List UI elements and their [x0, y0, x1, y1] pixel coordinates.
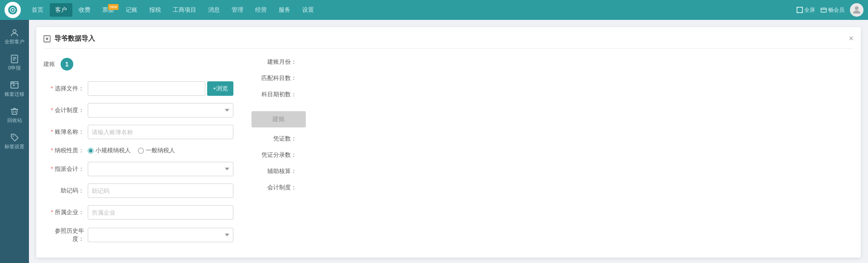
- dialog-title: 导爷数据导入: [54, 34, 95, 43]
- match-subject-row: 匹配科目数：: [251, 74, 854, 82]
- sidebar-label-migrate: 账套迁移: [5, 91, 24, 98]
- sidebar-item-trash[interactable]: 回收站: [0, 103, 29, 127]
- svg-point-4: [855, 6, 859, 10]
- build-account-button[interactable]: 建账: [251, 111, 306, 127]
- history-year-row: 参照历史年度：: [43, 227, 233, 243]
- subject-initial-row: 科目期初数：: [251, 90, 854, 99]
- dialog-header: 导爷数据导入: [43, 34, 854, 49]
- file-input-wrap: +浏览: [88, 81, 233, 96]
- sidebar-label-tags: 标签设置: [5, 143, 24, 150]
- voucher-records-row: 凭证分录数：: [251, 151, 854, 159]
- form-layout: 建账 1 选择文件： +浏览 会计制度：: [43, 58, 854, 250]
- owner-company-row: 所属企业：: [43, 205, 233, 220]
- sidebar-item-tags[interactable]: 标签设置: [0, 129, 29, 154]
- svg-point-16: [13, 136, 14, 137]
- member-label: 畅会员: [828, 6, 844, 14]
- ledger-name-row: 账簿名称：: [43, 125, 233, 139]
- accounting-system-wrapper: [88, 103, 233, 117]
- build-month-label: 建账月份：: [251, 58, 297, 66]
- memo-code-input[interactable]: [88, 183, 233, 198]
- assigned-accountant-label: 指派会计：: [43, 165, 84, 173]
- tax-type-row: 纳税性质： 小规模纳税人 一般纳税人: [43, 146, 233, 155]
- accounting-system-label: 会计制度：: [43, 106, 84, 114]
- tax-type-small-label: 小规模纳税人: [95, 146, 131, 155]
- sidebar-item-migrate[interactable]: 账套迁移: [0, 77, 29, 101]
- nav-item-票据[interactable]: 票据new: [97, 3, 119, 17]
- svg-rect-2: [797, 7, 802, 13]
- aux-accounting-row: 辅助核算：: [251, 167, 854, 175]
- nav-item-报税[interactable]: 报税: [144, 3, 166, 17]
- voucher-count-label: 凭证数：: [251, 135, 297, 143]
- ledger-name-input[interactable]: [88, 125, 233, 139]
- step-circle: 1: [61, 58, 73, 70]
- svg-point-13: [13, 82, 14, 83]
- svg-point-5: [13, 30, 16, 33]
- tax-type-small-radio[interactable]: 小规模纳税人: [88, 146, 131, 155]
- voucher-records-label: 凭证分录数：: [251, 151, 297, 159]
- sidebar-item-declare[interactable]: 0申报: [0, 51, 29, 75]
- build-month-row: 建账月份：: [251, 58, 854, 66]
- voucher-count-row: 凭证数：: [251, 135, 854, 143]
- svg-point-12: [12, 82, 13, 83]
- accounting-system-row: 会计制度：: [43, 103, 233, 117]
- tax-type-general-input[interactable]: [138, 148, 144, 154]
- subject-initial-label: 科目期初数：: [251, 90, 297, 99]
- owner-company-input[interactable]: [88, 205, 233, 220]
- ledger-name-label: 账簿名称：: [43, 128, 84, 136]
- app-logo[interactable]: [5, 2, 21, 18]
- step-label: 建账: [43, 60, 55, 68]
- browse-button[interactable]: +浏览: [207, 81, 233, 96]
- main-content: 导爷数据导入 × 建账 1 选择文件：: [29, 20, 868, 263]
- topnav-right: 全屏 畅会员: [797, 3, 863, 17]
- fullscreen-label: 全屏: [804, 6, 815, 14]
- nav-item-客户[interactable]: 客户: [50, 3, 72, 17]
- right-accounting-system-row: 会计制度：: [251, 183, 854, 192]
- dialog-close-button[interactable]: ×: [849, 34, 854, 42]
- tax-type-radio-group: 小规模纳税人 一般纳税人: [88, 146, 233, 155]
- dialog-container: 导爷数据导入 × 建账 1 选择文件：: [36, 27, 861, 258]
- sidebar-label-declare: 0申报: [8, 65, 21, 71]
- user-avatar[interactable]: [850, 3, 863, 17]
- import-icon: [43, 35, 51, 42]
- nav-item-记账[interactable]: 记账: [120, 3, 143, 17]
- nav-item-管理[interactable]: 管理: [226, 3, 249, 17]
- svg-point-1: [12, 9, 14, 11]
- nav-item-消息[interactable]: 消息: [203, 3, 225, 17]
- file-label: 选择文件：: [43, 85, 84, 93]
- history-year-wrapper: [88, 228, 233, 242]
- right-accounting-system-label: 会计制度：: [251, 183, 297, 192]
- assigned-accountant-wrapper: [88, 162, 233, 176]
- owner-company-label: 所属企业：: [43, 208, 84, 216]
- history-year-select[interactable]: [88, 228, 233, 242]
- sidebar-label-trash: 回收站: [7, 117, 22, 124]
- tax-type-small-input[interactable]: [88, 148, 94, 154]
- match-subject-label: 匹配科目数：: [251, 74, 297, 82]
- nav-item-服务[interactable]: 服务: [273, 3, 296, 17]
- nav-item-经营[interactable]: 经营: [250, 3, 272, 17]
- file-input[interactable]: [88, 81, 205, 96]
- nav-item-设置[interactable]: 设置: [297, 3, 319, 17]
- file-select-row: 选择文件： +浏览: [43, 81, 233, 96]
- memo-code-row: 助记码：: [43, 183, 233, 198]
- svg-rect-3: [821, 8, 826, 12]
- sidebar: 全部客户 0申报 账套迁移: [0, 20, 29, 263]
- history-year-label: 参照历史年度：: [43, 227, 84, 243]
- step-indicator: 建账 1: [43, 58, 233, 70]
- nav-item-工商项目[interactable]: 工商项目: [167, 3, 202, 17]
- tax-type-label: 纳税性质：: [43, 146, 84, 155]
- tax-type-general-radio[interactable]: 一般纳税人: [138, 146, 175, 155]
- sidebar-label-all-clients: 全部客户: [5, 38, 24, 45]
- sidebar-item-all-clients[interactable]: 全部客户: [0, 24, 29, 49]
- nav-item-收费[interactable]: 收费: [73, 3, 96, 17]
- member-button[interactable]: 畅会员: [821, 6, 844, 14]
- assigned-accountant-select[interactable]: [88, 162, 233, 176]
- tax-type-general-label: 一般纳税人: [146, 146, 175, 155]
- form-left: 建账 1 选择文件： +浏览 会计制度：: [43, 58, 233, 250]
- memo-code-label: 助记码：: [43, 187, 84, 195]
- fullscreen-button[interactable]: 全屏: [797, 6, 815, 14]
- nav-item-首页[interactable]: 首页: [26, 3, 49, 17]
- accounting-system-select[interactable]: [88, 103, 233, 117]
- assigned-accountant-row: 指派会计：: [43, 162, 233, 176]
- layout: 全部客户 0申报 账套迁移: [0, 20, 868, 263]
- top-navigation: 首页客户收费票据new记账报税工商项目消息管理经营服务设置 全屏 畅会员: [0, 0, 868, 20]
